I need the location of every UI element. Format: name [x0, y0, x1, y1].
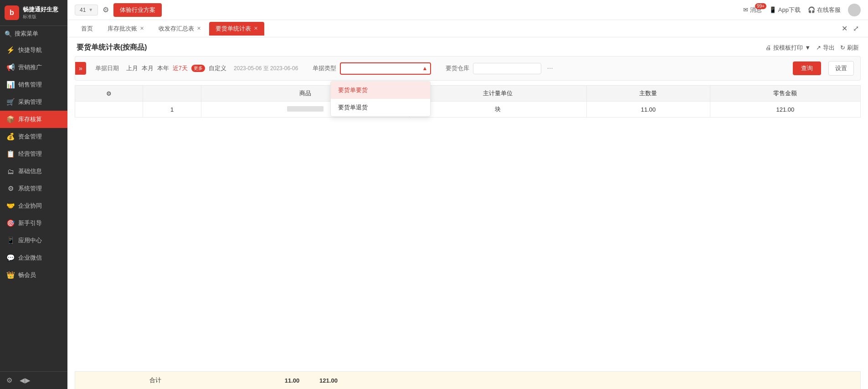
marketing-icon: 📢: [6, 63, 15, 72]
wechat-icon: 💬: [6, 254, 15, 262]
apps-icon: 📱: [6, 236, 15, 245]
online-service-button[interactable]: 🎧 在线客服: [808, 6, 841, 14]
table-row: 1块11.00121.00: [75, 102, 861, 118]
tab-fullscreen-icon[interactable]: ⤢: [851, 23, 861, 34]
row-settings[interactable]: [75, 102, 143, 118]
table-area: ⚙商品主计量单位主数量零售金额 1块11.00121.00: [67, 85, 868, 371]
sidebar-label-enterprise: 企业协同: [18, 202, 42, 210]
sidebar-item-inventory[interactable]: 📦库存核算: [0, 111, 67, 128]
sidebar-bottom: ⚙ ◀▶: [0, 371, 67, 389]
message-icon: ✉: [743, 6, 748, 13]
tab-label-order-summary: 要货单统计表: [216, 25, 251, 33]
dropdown-item-return[interactable]: 要货单退货: [331, 99, 430, 116]
sidebar: b 畅捷通好生意 标准版 🔍 搜索菜单 ⚡快捷导航📢营销推广📊销售管理🛒采购管理…: [0, 0, 67, 389]
col-header-unit: 主计量单位: [409, 86, 586, 102]
message-button[interactable]: ✉ 消息 99+: [743, 6, 762, 14]
basics-icon: 🗂: [6, 167, 15, 175]
last-month-shortcut[interactable]: 上月: [126, 64, 138, 72]
type-dropdown: 要货单要货要货单退货: [330, 81, 431, 117]
search-menu[interactable]: 🔍 搜索菜单: [0, 26, 67, 41]
inventory-icon: 📦: [6, 115, 15, 123]
refresh-icon: ↻: [840, 44, 845, 51]
settings-button[interactable]: 设置: [828, 61, 854, 76]
tab-close-receivable-summary[interactable]: ✕: [197, 26, 201, 31]
this-month-shortcut[interactable]: 本月: [142, 64, 154, 72]
header-left: 41 ▼ ⚙ 体验行业方案: [75, 3, 162, 17]
sidebar-item-member[interactable]: 👑畅会员: [0, 266, 67, 284]
page-content: 要货单统计表(按商品) 🖨 按模板打印 ▼ ↗ 导出 ↻ 刷新 »: [67, 37, 868, 389]
sidebar-item-sales[interactable]: 📊销售管理: [0, 76, 67, 93]
last-7days-shortcut[interactable]: 近7天: [173, 64, 188, 72]
print-template-button[interactable]: 🖨 按模板打印 ▼: [765, 44, 811, 52]
tab-close-order-summary[interactable]: ✕: [254, 26, 258, 31]
sidebar-item-apps[interactable]: 📱应用中心: [0, 232, 67, 249]
sidebar-label-wechat: 企业微信: [18, 254, 42, 262]
col-header-settings[interactable]: ⚙: [75, 86, 143, 102]
col-header-index: [143, 86, 201, 102]
sidebar-label-inventory: 库存核算: [18, 115, 42, 123]
more-date-badge[interactable]: 更多: [191, 65, 205, 72]
app-download-button[interactable]: 📱 App下载: [769, 6, 801, 14]
tab-close-batch-account[interactable]: ✕: [140, 26, 144, 31]
tab-home[interactable]: 首页: [75, 22, 99, 36]
tab-close-all-icon[interactable]: ✕: [840, 23, 849, 34]
tabs-bar: 首页库存批次账 ✕收发存汇总表 ✕要货单统计表 ✕✕⤢: [67, 20, 868, 37]
custom-shortcut[interactable]: 自定义: [209, 64, 226, 72]
tab-receivable-summary[interactable]: 收发存汇总表 ✕: [152, 22, 207, 36]
sidebar-item-operations[interactable]: 📋经营管理: [0, 145, 67, 163]
sidebar-item-wechat[interactable]: 💬企业微信: [0, 249, 67, 266]
sidebar-nav: ⚡快捷导航📢营销推广📊销售管理🛒采购管理📦库存核算💰资金管理📋经营管理🗂基础信息…: [0, 41, 67, 371]
col-header-qty: 主数量: [586, 86, 710, 102]
tab-label-receivable-summary: 收发存汇总表: [159, 25, 194, 33]
main-area: 41 ▼ ⚙ 体验行业方案 ✉ 消息 99+ 📱 App下载 🎧 在线客服 首: [67, 0, 868, 389]
search-icon: 🔍: [5, 31, 12, 37]
sidebar-item-quick-nav[interactable]: ⚡快捷导航: [0, 41, 67, 59]
sidebar-item-enterprise[interactable]: 🤝企业协同: [0, 197, 67, 215]
warehouse-input[interactable]: [473, 63, 541, 74]
tab-order-summary[interactable]: 要货单统计表 ✕: [209, 22, 264, 36]
row-amount: 121.00: [710, 102, 860, 118]
tab-batch-account[interactable]: 库存批次账 ✕: [101, 22, 150, 36]
sidebar-item-guide[interactable]: 🎯新手引导: [0, 215, 67, 232]
data-table: ⚙商品主计量单位主数量零售金额 1块11.00121.00: [75, 85, 861, 118]
tabs-controls: ✕⤢: [840, 23, 861, 34]
header-right: ✉ 消息 99+ 📱 App下载 🎧 在线客服: [743, 4, 861, 16]
export-icon: ↗: [816, 44, 821, 51]
sidebar-item-system[interactable]: ⚙系统管理: [0, 180, 67, 197]
sidebar-item-purchase[interactable]: 🛒采购管理: [0, 93, 67, 111]
sidebar-item-basics[interactable]: 🗂基础信息: [0, 163, 67, 180]
tab-label-home: 首页: [81, 25, 93, 33]
operations-icon: 📋: [6, 150, 15, 158]
footer-total-label: 合计: [82, 376, 228, 384]
filter-type-section: 单据类型 ▲: [313, 62, 431, 75]
trial-button[interactable]: 体验行业方案: [113, 3, 162, 17]
top-header: 41 ▼ ⚙ 体验行业方案 ✉ 消息 99+ 📱 App下载 🎧 在线客服: [67, 0, 868, 20]
this-year-shortcut[interactable]: 本年: [157, 64, 169, 72]
print-icon: 🖨: [765, 44, 771, 51]
type-input[interactable]: [340, 62, 431, 75]
sidebar-label-basics: 基础信息: [18, 167, 42, 175]
sidebar-label-marketing: 营销推广: [18, 63, 42, 72]
type-input-wrapper: ▲: [340, 62, 431, 75]
col-header-amount: 零售金额: [710, 86, 860, 102]
settings-bottom-icon[interactable]: ⚙: [6, 376, 12, 384]
collapse-icon[interactable]: ◀▶: [20, 376, 31, 384]
date-shortcuts: 上月 本月 本年 近7天 更多 自定义: [126, 64, 226, 72]
sidebar-label-purchase: 采购管理: [18, 98, 42, 106]
sidebar-logo: b 畅捷通好生意 标准版: [0, 0, 67, 26]
footer-amount-value: 121.00: [310, 377, 347, 384]
sidebar-item-marketing[interactable]: 📢营销推广: [0, 59, 67, 76]
store-selector[interactable]: 41 ▼: [75, 5, 98, 15]
headset-icon: 🎧: [808, 6, 815, 13]
export-button[interactable]: ↗ 导出: [816, 44, 835, 52]
refresh-button[interactable]: ↻ 刷新: [840, 44, 859, 52]
header-gear-icon[interactable]: ⚙: [103, 5, 109, 14]
user-avatar[interactable]: [848, 4, 861, 16]
more-filter-icon[interactable]: ···: [547, 64, 553, 72]
date-range-text: 2023-05-06 至 2023-06-06: [234, 65, 298, 72]
page-title: 要货单统计表(按商品): [77, 43, 147, 52]
query-button[interactable]: 查询: [793, 61, 821, 75]
dropdown-item-order[interactable]: 要货单要货: [331, 82, 430, 99]
filter-expand-button[interactable]: »: [75, 62, 86, 75]
sidebar-item-finance[interactable]: 💰资金管理: [0, 128, 67, 145]
